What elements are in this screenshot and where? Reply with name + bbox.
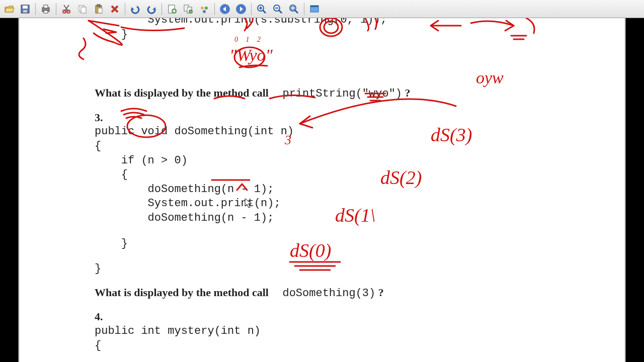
toolbar-sep [35, 3, 36, 15]
svg-line-35 [279, 10, 282, 13]
zoom-fit-icon[interactable] [287, 2, 301, 16]
code-line: { [95, 168, 598, 183]
code-line: public void doSomething(int n) [95, 125, 598, 139]
redo-icon[interactable] [144, 2, 158, 16]
question-3-prompt: What is displayed by the method call doS… [95, 286, 598, 301]
code-line: if (n > 0) [95, 154, 598, 168]
q4-number: 4. [95, 310, 598, 324]
share-icon[interactable] [197, 2, 211, 16]
svg-rect-41 [310, 6, 318, 7]
svg-rect-2 [23, 10, 27, 13]
qmark: ? [405, 86, 411, 99]
toolbar-sep [162, 3, 162, 15]
prompt-code: doSomething(3) [282, 287, 375, 300]
new-page-icon[interactable] [165, 2, 179, 16]
code-line: System.out.print(s.substring(0, 1)); [95, 18, 598, 28]
code-line: doSomething(n - 1); [95, 211, 598, 226]
prompt-text: What is displayed by the method call [95, 86, 269, 99]
svg-point-25 [201, 7, 204, 10]
toolbar-sep [56, 3, 56, 15]
delete-icon[interactable] [108, 2, 122, 16]
svg-rect-1 [23, 6, 28, 9]
cut-icon[interactable] [59, 2, 73, 16]
code-line: { [95, 139, 598, 154]
code-line: public int mystery(int n) [95, 324, 598, 339]
document-page: System.out.print(s.substring(0, 1)); } W… [18, 18, 626, 362]
code-line: } [95, 237, 598, 251]
svg-point-26 [205, 7, 208, 10]
svg-point-27 [203, 10, 206, 13]
code-line: } [95, 262, 598, 277]
toolbar-sep [125, 3, 125, 15]
svg-line-31 [263, 10, 266, 13]
print-icon[interactable] [39, 2, 53, 16]
document-content: System.out.print(s.substring(0, 1)); } W… [95, 18, 598, 362]
undo-icon[interactable] [128, 2, 142, 16]
copy-icon[interactable] [75, 2, 90, 16]
fullscreen-icon[interactable] [307, 2, 321, 16]
qmark: ? [378, 286, 384, 299]
code-line: { [95, 339, 598, 353]
toolbar-sep [214, 3, 215, 15]
svg-rect-13 [97, 5, 100, 7]
question-2-prompt: What is displayed by the method call pri… [95, 86, 598, 102]
paste-icon[interactable] [92, 2, 106, 16]
svg-rect-11 [81, 7, 86, 13]
toolbar-sep [251, 3, 252, 15]
svg-rect-5 [44, 11, 48, 13]
svg-rect-39 [291, 7, 294, 10]
code-line: } [95, 28, 598, 42]
prompt-code: printString("wyo") [282, 87, 402, 100]
toolbar-sep [304, 3, 304, 15]
back-icon[interactable] [218, 2, 232, 16]
open-icon[interactable] [2, 2, 16, 16]
zoom-out-icon[interactable] [271, 2, 285, 16]
prompt-text: What is displayed by the method call [95, 286, 269, 299]
toolbar: + [0, 0, 644, 18]
svg-text:+: + [190, 10, 192, 14]
code-line: doSomething(n - 1); [95, 183, 598, 197]
q3-number: 3. [95, 111, 598, 125]
zoom-in-icon[interactable] [255, 2, 269, 16]
forward-icon[interactable] [234, 2, 248, 16]
save-icon[interactable] [18, 2, 32, 16]
svg-rect-14 [98, 8, 102, 13]
svg-rect-4 [44, 5, 48, 8]
insert-page-icon[interactable]: + [181, 2, 195, 16]
code-line: System.out.print(n); [95, 197, 598, 211]
svg-line-38 [295, 10, 298, 13]
